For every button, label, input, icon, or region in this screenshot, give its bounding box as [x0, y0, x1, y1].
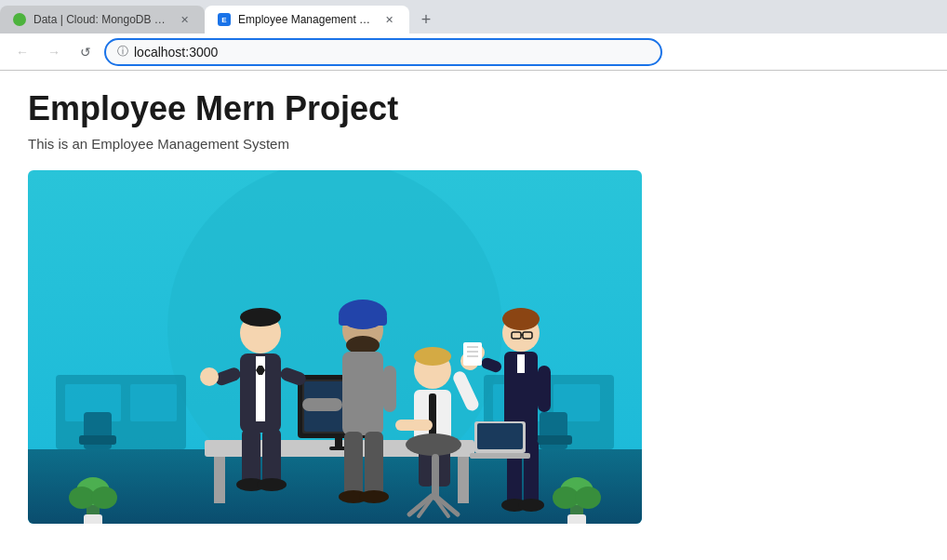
svg-rect-48: [302, 398, 342, 411]
svg-rect-7: [79, 435, 116, 445]
svg-point-32: [240, 308, 281, 327]
svg-rect-25: [458, 457, 469, 503]
svg-point-17: [91, 487, 117, 509]
reload-button[interactable]: ↺: [73, 39, 99, 65]
browser-window: Data | Cloud: MongoDB Cloud ✕ E Employee…: [0, 0, 947, 560]
tab-ems-label: Employee Management System: [238, 13, 374, 26]
svg-rect-51: [365, 432, 383, 497]
svg-rect-2: [28, 449, 642, 524]
ems-favicon-icon: E: [218, 13, 231, 26]
svg-rect-45: [339, 314, 387, 326]
svg-point-37: [200, 367, 219, 386]
svg-rect-12: [535, 435, 572, 445]
hero-illustration: [28, 170, 642, 524]
svg-point-53: [359, 490, 389, 503]
svg-rect-75: [517, 354, 525, 373]
tab-bar: Data | Cloud: MongoDB Cloud ✕ E Employee…: [0, 0, 947, 33]
svg-rect-18: [567, 514, 586, 524]
svg-rect-40: [262, 429, 281, 485]
tab-mongodb-close-icon[interactable]: ✕: [177, 12, 192, 27]
url-input[interactable]: [134, 45, 649, 60]
back-button[interactable]: ←: [9, 39, 35, 65]
svg-point-70: [502, 308, 540, 330]
svg-rect-24: [214, 457, 225, 503]
svg-rect-50: [344, 432, 363, 497]
svg-rect-58: [395, 420, 433, 431]
svg-rect-47: [342, 352, 383, 435]
page-subtitle: This is an Employee Management System: [28, 136, 928, 152]
svg-rect-57: [429, 393, 436, 440]
svg-point-22: [575, 487, 601, 509]
svg-point-55: [414, 347, 451, 366]
info-icon: ⓘ: [117, 44, 128, 60]
svg-rect-39: [242, 429, 260, 485]
tab-mongodb[interactable]: Data | Cloud: MongoDB Cloud ✕: [0, 6, 205, 33]
svg-rect-82: [538, 366, 551, 412]
address-bar[interactable]: ⓘ: [104, 38, 662, 66]
tab-mongodb-label: Data | Cloud: MongoDB Cloud: [33, 13, 169, 26]
svg-rect-5: [130, 384, 177, 421]
svg-rect-13: [84, 514, 102, 524]
svg-rect-49: [383, 366, 396, 412]
svg-rect-29: [335, 438, 342, 447]
svg-point-21: [553, 487, 579, 509]
svg-point-42: [257, 478, 287, 491]
svg-point-63: [406, 433, 461, 456]
svg-point-86: [518, 499, 544, 512]
forward-button[interactable]: →: [41, 39, 67, 65]
mongodb-favicon-icon: [13, 13, 26, 26]
svg-rect-89: [470, 453, 530, 459]
svg-point-16: [69, 487, 95, 509]
svg-rect-84: [524, 440, 539, 505]
page-title: Employee Mern Project: [28, 89, 928, 128]
tab-ems-close-icon[interactable]: ✕: [381, 12, 396, 27]
tab-ems[interactable]: E Employee Management System ✕: [205, 6, 409, 33]
new-tab-button[interactable]: +: [413, 7, 439, 33]
hero-image: [28, 170, 642, 524]
page-content: Employee Mern Project This is an Employe…: [0, 71, 947, 560]
address-bar-row: ← → ↺ ⓘ: [0, 33, 947, 71]
svg-rect-88: [477, 423, 523, 449]
svg-rect-78: [463, 342, 482, 366]
